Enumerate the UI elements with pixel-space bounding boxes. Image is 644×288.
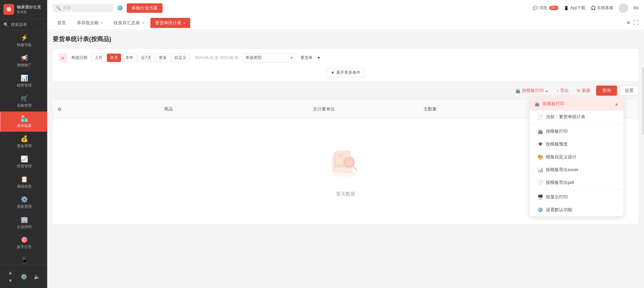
sidebar-item-label: 基础信息 xyxy=(17,184,32,189)
template-design-icon: 🎨 xyxy=(537,154,543,160)
dropdown-default-settings[interactable]: ⚙️ 设置默认功能 › xyxy=(530,203,623,216)
chevron-up-icon: ▲ xyxy=(545,89,549,93)
filter-bar: » 单据日期 上月 本月 本年 近7天 更多 自定义 2023-06-01 至 … xyxy=(53,49,639,82)
topbar-gear-icon[interactable]: ⚙️ xyxy=(117,5,123,11)
display-print-left: 🖥️ 按显示打印 xyxy=(537,194,568,200)
excel-icon: 📊 xyxy=(537,167,543,172)
sidebar-item-inventory[interactable]: 🏪 库存核算 xyxy=(0,111,47,132)
chevron-right-icon-settings: › xyxy=(617,207,619,212)
dropdown-item-template-export-pdf[interactable]: 📄 按模板导出pdf xyxy=(530,176,623,189)
filter-expand-icon[interactable]: » xyxy=(58,53,67,63)
sidebar-nav: ⚡ 快捷导航 📢 营销推广 📊 销售管理 🛒 采购管理 🏪 库存核算 💰 资金管… xyxy=(0,31,47,265)
expand-more-button[interactable]: ▼ 展开更多条件 xyxy=(326,68,365,77)
apps-icon: 📱 xyxy=(21,256,28,264)
messages-badge: 99+ xyxy=(549,6,558,10)
dropdown-item-template-design[interactable]: 🎨 模板自定义设计 xyxy=(530,151,623,163)
chevron-up-icon-header[interactable]: ▲ xyxy=(614,101,619,106)
sidebar-item-basic[interactable]: 📋 基础信息 xyxy=(0,172,47,192)
query-button[interactable]: 查询 xyxy=(596,86,617,96)
volume-icon[interactable]: 🔈 xyxy=(34,274,40,280)
sidebar-item-shortcut[interactable]: ⚡ 快捷导航 xyxy=(0,31,47,51)
sidebar-item-operations[interactable]: 📈 经营管理 xyxy=(0,152,47,172)
refresh-button[interactable]: ↻ 刷新 xyxy=(574,86,593,96)
sidebar-item-apps[interactable]: 📱 应用中心 xyxy=(0,253,47,265)
date-btn-this-month[interactable]: 本月 xyxy=(107,54,121,62)
page-title: 要货单统计表(按商品) xyxy=(53,35,639,43)
sidebar-item-sales[interactable]: 📊 销售管理 xyxy=(0,71,47,91)
date-btn-more[interactable]: 更多 xyxy=(156,54,170,62)
date-btn-7days[interactable]: 近7天 xyxy=(138,54,154,62)
sidebar-item-system[interactable]: ⚙️ 系统管理 xyxy=(0,192,47,213)
scroll-up-button[interactable]: ▲ xyxy=(7,268,14,277)
tab-maximize-icon[interactable]: ⛶ xyxy=(633,20,639,26)
finance-icon: 💰 xyxy=(21,135,28,142)
trial-button[interactable]: 体验行业方案 xyxy=(127,3,163,13)
template-export-pdf-label: 按模板导出pdf xyxy=(546,180,574,186)
scroll-down-button[interactable]: ▼ xyxy=(7,277,14,285)
pdf-icon: 📄 xyxy=(537,180,543,185)
th-settings[interactable]: ⚙ xyxy=(53,104,66,115)
sidebar: 畅 畅康通好生意 标准版 🔍 搜索菜单 ⚡ 快捷导航 📢 营销推广 📊 销售管理… xyxy=(0,0,47,288)
dropdown-title-label: 按模板打印 xyxy=(543,101,564,107)
sidebar-item-purchase[interactable]: 🛒 采购管理 xyxy=(0,91,47,111)
basic-icon: 📋 xyxy=(21,175,28,183)
sidebar-item-finance[interactable]: 💰 资金管理 xyxy=(0,132,47,152)
chevron-right-icon: » xyxy=(61,54,64,61)
messages-button[interactable]: 💬 消息 99+ xyxy=(533,5,558,11)
type-filter-select[interactable]: 单据类型 ▼ xyxy=(242,53,296,62)
export-button[interactable]: ↑ 导出 xyxy=(554,86,572,96)
online-service-button[interactable]: 🎧 在线客服 xyxy=(591,5,613,11)
dropdown-item-template-print[interactable]: 🖨️ 按模板打印 xyxy=(530,125,623,138)
system-icon: ⚙️ xyxy=(21,196,28,203)
tab-receipt-summary-label: 收发存汇总表 xyxy=(114,20,140,26)
sidebar-item-label: 采购管理 xyxy=(17,103,32,108)
print-template-button[interactable]: 🖨️ 按模板打印 ▲ xyxy=(513,86,551,96)
template-print-label: 按模板打印 xyxy=(546,128,568,134)
settings-button[interactable]: 设置 xyxy=(620,86,639,96)
avatar[interactable] xyxy=(619,3,628,13)
tab-order-summary[interactable]: 要货单统计表 × xyxy=(150,18,190,28)
sidebar-search[interactable]: 🔍 搜索菜单 xyxy=(0,19,47,31)
tab-receipt-summary[interactable]: 收发存汇总表 × xyxy=(109,18,149,28)
sidebar-item-marketing[interactable]: 📢 营销推广 xyxy=(0,51,47,71)
dropdown-header-title: 🖨️ 按模板打印 xyxy=(534,101,564,107)
topbar-search[interactable]: 🔍 搜索 xyxy=(53,4,113,12)
search-menu-label: 搜索菜单 xyxy=(11,22,27,28)
app-download-button[interactable]: 📱 App下载 xyxy=(564,5,585,11)
tab-order-summary-label: 要货单统计表 xyxy=(155,20,181,26)
sidebar-scroll-controls: ▲ ▼ xyxy=(7,268,14,285)
dropdown-header-controls: ▲ xyxy=(614,101,619,106)
sidebar-item-enterprise[interactable]: 🏢 企业协同 xyxy=(0,213,47,233)
dropdown-display-print[interactable]: 🖥️ 按显示打印 › xyxy=(530,191,623,203)
date-btn-custom[interactable]: 自定义 xyxy=(171,54,189,62)
sidebar-item-newbie[interactable]: 🎯 新手引导 xyxy=(0,233,47,253)
settings-icon[interactable]: ⚙️ xyxy=(21,274,27,280)
resize-handle[interactable] xyxy=(642,67,644,135)
sidebar-logo-texts: 畅康通好生意 标准版 xyxy=(17,4,41,15)
username: Rit xyxy=(634,6,639,10)
template-preview-label: 按模板预览 xyxy=(546,141,568,147)
display-icon: 🖥️ xyxy=(537,194,543,200)
tab-inventory-batch[interactable]: 库存批次账 × xyxy=(72,18,108,28)
purchase-icon: 🛒 xyxy=(21,95,28,102)
sidebar-logo: 畅 畅康通好生意 标准版 xyxy=(0,0,47,19)
dropdown-item-template-preview[interactable]: 👁️ 按模板预览 xyxy=(530,138,623,151)
tab-order-summary-close[interactable]: × xyxy=(183,21,185,25)
tab-inventory-batch-close[interactable]: × xyxy=(101,21,103,25)
tab-close-icon[interactable]: ✕ xyxy=(626,20,631,26)
tab-home-label: 首页 xyxy=(57,20,66,26)
topbar-search-icon: 🔍 xyxy=(56,6,61,10)
dropdown-current-template[interactable]: 📄 当前：要货单统计表 › xyxy=(530,110,623,123)
type-filter-label: 单据类型 xyxy=(245,55,262,61)
date-btn-last-month[interactable]: 上月 xyxy=(91,54,106,62)
tab-home[interactable]: 首页 xyxy=(53,18,71,28)
tab-receipt-summary-close[interactable]: × xyxy=(142,21,144,25)
dropdown-item-template-export-excel[interactable]: 📊 按模板导出excel xyxy=(530,163,623,176)
th-product: 商品 xyxy=(66,103,271,115)
date-btn-this-year[interactable]: 本年 xyxy=(122,54,137,62)
current-template-left: 📄 当前：要货单统计表 xyxy=(537,114,585,120)
page-header: 要货单统计表(按商品) xyxy=(53,35,639,43)
svg-line-6 xyxy=(353,166,356,170)
main-area: 🔍 搜索 ⚙️ 体验行业方案 💬 消息 99+ 📱 App下载 🎧 在线客服 R… xyxy=(47,0,644,288)
th-unit: 主计量单位 xyxy=(271,103,377,115)
